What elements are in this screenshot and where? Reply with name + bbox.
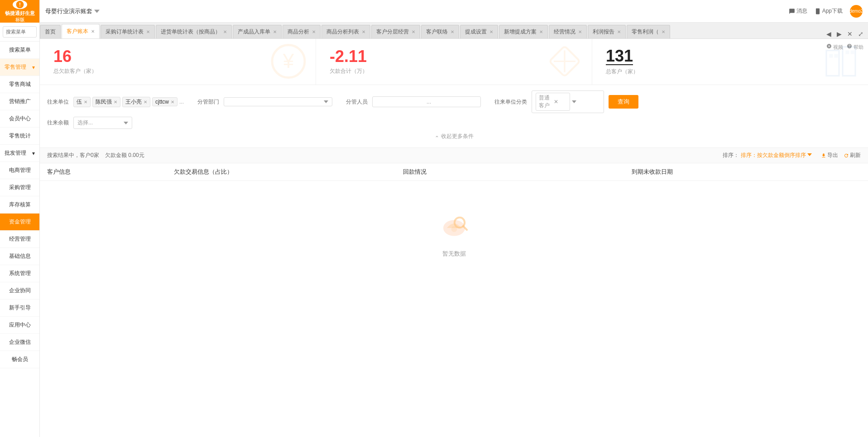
- remove-tag-wu[interactable]: ✕: [84, 100, 87, 104]
- tab-stock-stats[interactable]: 进货单统计表（按商品） ✕: [156, 25, 232, 38]
- tab-close-customer-contact[interactable]: ✕: [451, 29, 454, 34]
- remove-tag-cjttcw[interactable]: ✕: [171, 100, 174, 104]
- collapse-btn[interactable]: 收起更多条件: [435, 133, 474, 140]
- diamond-bg-icon: [547, 43, 583, 81]
- sidebar-item-retail-shop[interactable]: 零售商城: [0, 76, 39, 93]
- empty-icon: [436, 208, 472, 244]
- person-more-btn[interactable]: ...: [427, 99, 477, 105]
- dept-select[interactable]: [224, 97, 332, 106]
- tab-close-promotion-settings[interactable]: ✕: [489, 29, 493, 34]
- sidebar-item-system[interactable]: 系统管理: [0, 265, 39, 282]
- sidebar: 畅捷通好生意 标版 搜索菜单 搜索菜单 零售管理 ▾ 零售商城 营销推广 会员中…: [0, 0, 40, 437]
- sidebar-item-new-guide[interactable]: 新手引导: [0, 299, 39, 317]
- result-count-area: 搜索结果中，客户0家 欠款金额 0.00元: [47, 152, 144, 159]
- person-select[interactable]: ...: [372, 96, 481, 107]
- tab-retail-profit[interactable]: 零售利润（ ✕: [627, 25, 670, 38]
- user-avatar[interactable]: demo2: [850, 5, 863, 18]
- app-download-btn[interactable]: App下载: [815, 7, 843, 15]
- balance-placeholder: 选择...: [77, 119, 124, 127]
- sidebar-item-quick-nav[interactable]: 搜索菜单: [0, 42, 39, 59]
- category-tag: 普通客户 ✕: [536, 93, 570, 111]
- sidebar-item-member-center[interactable]: 会员中心: [0, 110, 39, 128]
- app-logo: 畅捷通好生意 标版: [0, 0, 39, 23]
- tab-close-product-inbound[interactable]: ✕: [273, 29, 277, 34]
- sort-value[interactable]: 排序：按欠款金额倒序排序: [741, 152, 812, 159]
- sidebar-item-batch-mgmt[interactable]: 批发管理 ▾: [0, 145, 39, 162]
- sidebar-item-operations[interactable]: 经营管理: [0, 231, 39, 248]
- username: demo2: [849, 9, 863, 14]
- tab-operations[interactable]: 经营情况 ✕: [549, 25, 587, 38]
- person-label: 分管人员: [346, 98, 368, 106]
- sort-label: 排序：: [723, 152, 739, 159]
- tab-purchase-order[interactable]: 采购订单统计表 ✕: [101, 25, 155, 38]
- store-selector[interactable]: 母婴行业演示账套: [45, 7, 100, 15]
- tab-close-product-analysis-list[interactable]: ✕: [362, 29, 365, 34]
- svg-rect-10: [851, 50, 854, 54]
- sidebar-item-vip-member[interactable]: 畅会员: [0, 351, 39, 368]
- tab-close-product-analysis[interactable]: ✕: [312, 29, 316, 34]
- tab-product-analysis-list[interactable]: 商品分析列表 ✕: [321, 25, 370, 38]
- tab-close-customer-segment[interactable]: ✕: [412, 29, 415, 34]
- stat-debt-amount: -2.11 欠款合计（万）: [316, 39, 592, 85]
- export-btn[interactable]: 导出: [821, 152, 838, 159]
- sidebar-item-purchase[interactable]: 采购管理: [0, 179, 39, 196]
- tab-product-analysis[interactable]: 商品分析 ✕: [283, 25, 321, 38]
- building-bg-icon: [823, 43, 859, 81]
- stat-total-customers: 视频 帮助 131 总客户（家）: [592, 39, 868, 85]
- tab-prev-btn[interactable]: ◀: [825, 29, 833, 38]
- col-debt-info: 欠款交易信息（占比）: [174, 168, 403, 176]
- total-customers-label: 总客户（家）: [606, 68, 638, 76]
- sidebar-item-basic-info[interactable]: 基础信息: [0, 248, 39, 265]
- sidebar-item-marketing[interactable]: 营销推广: [0, 93, 39, 110]
- balance-select[interactable]: 选择...: [73, 117, 132, 129]
- query-button[interactable]: 查询: [609, 95, 638, 109]
- sidebar-item-enterprise-wechat[interactable]: 企业微信: [0, 334, 39, 351]
- tab-profit-report[interactable]: 利润报告 ✕: [588, 25, 626, 38]
- search-menu-button[interactable]: 搜索菜单: [3, 26, 37, 38]
- debt-customers-label: 总欠款客户（家）: [53, 67, 97, 75]
- tab-close-customer-account[interactable]: ✕: [91, 29, 95, 34]
- filter-tag-cjttcw: cjttcw ✕: [152, 97, 177, 106]
- tab-close-all-btn[interactable]: ✕: [845, 29, 854, 38]
- message-btn[interactable]: 消息: [789, 7, 807, 15]
- tab-close-operations[interactable]: ✕: [578, 29, 582, 34]
- sidebar-item-retail-stats[interactable]: 零售统计: [0, 128, 39, 145]
- tab-new-promotion[interactable]: 新增提成方案 ✕: [499, 25, 548, 38]
- tab-customer-segment[interactable]: 客户分层经营 ✕: [371, 25, 420, 38]
- refresh-btn[interactable]: 刷新: [844, 152, 861, 159]
- tab-close-stock-stats[interactable]: ✕: [223, 29, 227, 34]
- sidebar-item-inventory[interactable]: 库存核算: [0, 196, 39, 214]
- tab-close-purchase-order[interactable]: ✕: [146, 29, 150, 34]
- balance-label: 往来余额: [47, 119, 69, 127]
- sidebar-item-enterprise-collab[interactable]: 企业协同: [0, 282, 39, 299]
- col-repayment: 回款情况: [403, 168, 632, 176]
- filter-area: 往来单位 伍 ✕ 陈民强 ✕ 王小亮 ✕ cjttcw: [40, 85, 868, 148]
- sidebar-item-capital-mgmt[interactable]: 资金管理: [0, 214, 39, 231]
- more-tags-btn[interactable]: ...: [179, 99, 184, 105]
- category-select[interactable]: 普通客户 ✕: [532, 90, 604, 113]
- tab-product-inbound[interactable]: 产成品入库单 ✕: [233, 25, 282, 38]
- remove-tag-chen[interactable]: ✕: [114, 100, 117, 104]
- tab-home[interactable]: 首页: [40, 25, 61, 38]
- tab-customer-contact[interactable]: 客户联络 ✕: [421, 25, 459, 38]
- tab-close-profit-report[interactable]: ✕: [617, 29, 621, 34]
- tab-promotion-settings[interactable]: 提成设置 ✕: [460, 25, 498, 38]
- sidebar-item-ecommerce[interactable]: 电商管理: [0, 162, 39, 179]
- total-customers-value: 131: [606, 48, 633, 65]
- svg-rect-7: [829, 54, 833, 57]
- page-content: ¥ 16 总欠款客户（家） -2.11 欠款合计（万） 视频: [40, 39, 868, 437]
- sidebar-item-app-center[interactable]: 应用中心: [0, 317, 39, 334]
- owner-unit-label: 往来单位: [47, 98, 69, 106]
- app-title: 畅捷通好生意: [5, 10, 35, 17]
- tab-next-btn[interactable]: ▶: [835, 29, 844, 38]
- tab-customer-account[interactable]: 客户账本 ✕: [62, 24, 100, 38]
- sidebar-item-retail-mgmt[interactable]: 零售管理 ▾: [0, 59, 39, 76]
- remove-category-tag[interactable]: ✕: [554, 99, 567, 105]
- empty-state: 暂无数据: [40, 181, 868, 285]
- remove-tag-wang[interactable]: ✕: [144, 100, 147, 104]
- tab-expand-btn[interactable]: ⤢: [856, 29, 865, 38]
- debt-customers-value: 16: [53, 48, 72, 65]
- tab-close-new-promotion[interactable]: ✕: [539, 29, 543, 34]
- stat-debt-customers: ¥ 16 总欠款客户（家）: [40, 39, 316, 85]
- tab-close-retail-profit[interactable]: ✕: [662, 29, 665, 34]
